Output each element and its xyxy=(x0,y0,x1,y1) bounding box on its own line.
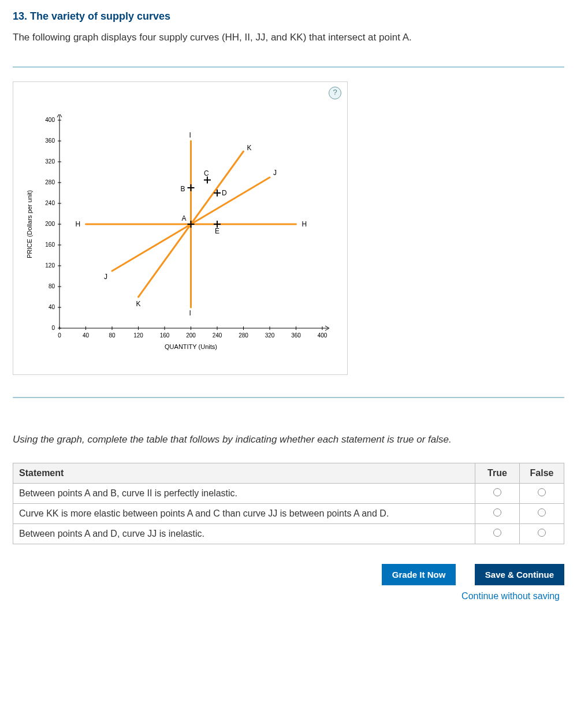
table-row: Between points A and B, curve II is perf… xyxy=(13,483,564,503)
svg-text:240: 240 xyxy=(45,200,55,206)
svg-text:40: 40 xyxy=(83,332,90,339)
svg-text:J: J xyxy=(273,169,277,177)
radio-false[interactable] xyxy=(538,508,546,517)
svg-text:120: 120 xyxy=(45,262,55,269)
col-statement: Statement xyxy=(13,463,475,483)
true-false-table: Statement True False Between points A an… xyxy=(13,463,564,544)
false-cell xyxy=(520,483,564,503)
radio-true[interactable] xyxy=(493,508,501,517)
true-cell xyxy=(475,503,520,523)
svg-text:40: 40 xyxy=(49,304,55,310)
svg-text:400: 400 xyxy=(45,117,55,123)
statement-cell: Between points A and B, curve II is perf… xyxy=(13,483,475,503)
false-cell xyxy=(520,523,564,544)
divider-bottom xyxy=(13,397,564,398)
svg-text:0: 0 xyxy=(51,325,55,331)
svg-text:360: 360 xyxy=(45,138,55,144)
continue-without-saving-link[interactable]: Continue without saving xyxy=(13,591,564,601)
svg-text:C: C xyxy=(204,169,209,177)
svg-text:B: B xyxy=(181,185,185,193)
svg-text:I: I xyxy=(189,131,191,139)
svg-text:E: E xyxy=(215,227,219,235)
svg-text:A: A xyxy=(182,214,187,222)
radio-false[interactable] xyxy=(538,529,546,537)
help-icon[interactable]: ? xyxy=(329,87,341,99)
true-cell xyxy=(475,523,520,544)
svg-text:320: 320 xyxy=(265,332,275,339)
statement-cell: Curve KK is more elastic between points … xyxy=(13,503,475,523)
radio-true[interactable] xyxy=(493,529,501,537)
svg-text:H: H xyxy=(76,220,81,228)
svg-text:400: 400 xyxy=(318,332,327,339)
question-title: 13. The variety of supply curves xyxy=(13,10,564,23)
supply-curve-chart: 0408012016020024028032036040004080120160… xyxy=(19,114,340,357)
svg-text:160: 160 xyxy=(45,242,55,248)
svg-text:160: 160 xyxy=(160,332,170,339)
table-row: Curve KK is more elastic between points … xyxy=(13,503,564,523)
save-continue-button[interactable]: Save & Continue xyxy=(475,564,564,585)
divider-top xyxy=(13,66,564,68)
table-row: Between points A and D, curve JJ is inel… xyxy=(13,523,564,544)
statement-cell: Between points A and D, curve JJ is inel… xyxy=(13,523,475,544)
true-cell xyxy=(475,483,520,503)
svg-text:J: J xyxy=(104,273,107,281)
radio-false[interactable] xyxy=(538,488,546,496)
svg-text:H: H xyxy=(302,220,307,228)
svg-text:0: 0 xyxy=(58,332,61,339)
svg-text:320: 320 xyxy=(45,158,55,165)
svg-text:200: 200 xyxy=(45,221,55,227)
svg-text:360: 360 xyxy=(291,332,301,339)
svg-text:200: 200 xyxy=(186,332,196,339)
radio-true[interactable] xyxy=(493,488,501,496)
question-intro: The following graph displays four supply… xyxy=(13,32,564,43)
svg-text:280: 280 xyxy=(239,332,248,339)
svg-text:K: K xyxy=(136,300,141,308)
col-false: False xyxy=(520,463,564,483)
table-instruction: Using the graph, complete the table that… xyxy=(13,433,564,447)
svg-text:K: K xyxy=(247,144,252,152)
svg-text:80: 80 xyxy=(109,332,116,339)
svg-text:I: I xyxy=(189,309,191,317)
graph-area[interactable]: 0408012016020024028032036040004080120160… xyxy=(19,114,341,369)
svg-text:120: 120 xyxy=(133,332,143,339)
grade-button[interactable]: Grade It Now xyxy=(382,564,456,585)
svg-text:280: 280 xyxy=(45,179,55,185)
svg-text:D: D xyxy=(222,189,227,197)
false-cell xyxy=(520,503,564,523)
svg-text:QUANTITY (Units): QUANTITY (Units) xyxy=(165,343,217,350)
graph-card: ? 04080120160200240280320360400040801201… xyxy=(13,81,348,375)
button-row: Grade It Now Save & Continue xyxy=(13,564,564,585)
svg-text:80: 80 xyxy=(49,283,55,289)
svg-text:PRICE (Dollars per unit): PRICE (Dollars per unit) xyxy=(26,190,33,258)
col-true: True xyxy=(475,463,520,483)
svg-text:240: 240 xyxy=(213,332,222,339)
